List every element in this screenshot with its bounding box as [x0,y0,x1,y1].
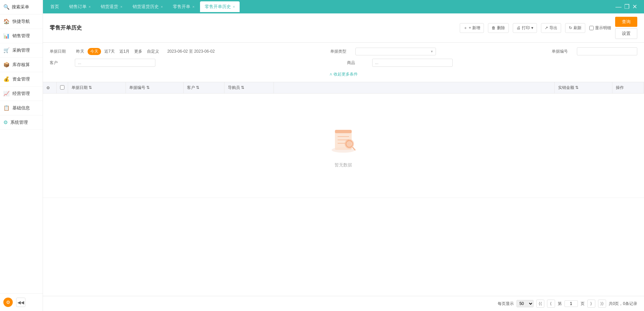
sidebar-item-label: 库存核算 [12,62,30,68]
column-settings[interactable]: ⚙ [43,82,56,94]
tab-home-label: 首页 [50,4,59,10]
sort-icon: ⇅ [575,85,579,90]
print-dropdown-arrow: ▾ [531,25,533,30]
date-opt-7days[interactable]: 近7天 [103,48,116,55]
type-filter-label: 单据类型 [330,49,349,54]
customer-filter-input[interactable]: ... [75,59,155,67]
close-icon[interactable]: × [120,5,122,9]
settings-button[interactable]: ⚙ [3,298,13,307]
tab-retail-open-history[interactable]: 零售开单历史 × [200,1,240,12]
tab-retail-open[interactable]: 零售开单 × [168,1,199,12]
date-opt-custom[interactable]: 自定义 [146,48,160,55]
display-detail-input[interactable] [589,26,594,30]
date-opt-more[interactable]: 更多 [133,48,144,55]
tab-sales-return[interactable]: 销货退货 × [96,1,127,12]
sidebar-item-label: 经营管理 [12,91,30,97]
per-page-select[interactable]: 10 20 50 100 [516,300,534,307]
print-icon: 🖨 [516,25,521,30]
refresh-button[interactable]: ↻ 刷新 [565,23,585,33]
cart-icon: 🛒 [3,47,10,53]
search-icon: 🔍 [3,4,10,10]
empty-state-row: 暂无数据 [43,94,644,198]
product-filter-label: 商品 [347,60,365,66]
sidebar-item-quick-nav[interactable]: 🏠 快捷导航 [0,14,43,29]
sidebar-item-basic-info[interactable]: 📋 基础信息 [0,101,43,115]
customer-placeholder: ... [78,60,81,65]
column-salesperson[interactable]: 导购员 ⇅ [224,82,274,94]
next-page-button[interactable]: ⟩ [587,300,595,308]
page-title: 零售开单历史 [50,24,82,32]
date-opt-today[interactable]: 今天 [88,48,101,55]
chart-icon: 📊 [3,33,10,39]
column-date[interactable]: 单据日期 ⇅ [68,82,126,94]
pagination: 每页显示 10 20 50 100 ⟨⟨ ⟨ 第 页 ⟩ ⟩⟩ 共0页，0条记录 [43,296,644,311]
tab-sales-return-label: 销货退货 [101,4,118,10]
display-detail-checkbox[interactable]: 显示明细 [589,25,611,31]
sort-icon: ⇅ [146,85,150,90]
tab-sales-return-history-label: 销货退货历史 [133,4,159,10]
tab-bar: 首页 销售订单 × 销货退货 × 销货退货历史 × 零售开单 × 零售开单历史 … [43,0,644,13]
svg-rect-2 [335,130,352,133]
collapse-more-label[interactable]: ∧ 收起更多条件 [329,71,358,77]
collapse-sidebar-button[interactable]: ◀◀ [16,298,26,307]
minimize-button[interactable]: — [615,3,622,10]
table-area: ⚙ 单据日期 ⇅ 单据编号 ⇅ 客户 [43,82,644,296]
content-area: 零售开单历史 ＋ + 新增 🗑 删除 🖨 打印 ▾ ↗ 导出 [43,13,644,311]
window-controls: — ❐ ✕ [615,3,641,10]
column-customer[interactable]: 客户 ⇅ [183,82,224,94]
column-amount[interactable]: 实销金额 ⇅ [554,82,612,94]
home-icon: 🏠 [3,18,10,24]
sidebar-item-purchase[interactable]: 🛒 采购管理 [0,43,43,58]
export-button[interactable]: ↗ 导出 [541,23,561,33]
search-menu-label: 搜索采单 [12,4,29,10]
tab-sales-order-label: 销售订单 [69,4,87,10]
sort-icon: ⇅ [89,85,92,90]
prev-page-button[interactable]: ⟨ [547,300,555,308]
main-area: 首页 销售订单 × 销货退货 × 销货退货历史 × 零售开单 × 零售开单历史 … [43,0,644,311]
add-icon: ＋ [463,25,467,31]
empty-icon [327,123,360,157]
box-icon: 📦 [3,62,10,68]
collapse-more-conditions[interactable]: ∧ 收起更多条件 [50,70,637,79]
sort-icon: ⇅ [241,85,244,90]
first-page-button[interactable]: ⟨⟨ [536,300,544,308]
delete-button[interactable]: 🗑 删除 [488,23,509,33]
sidebar-item-operations[interactable]: 📈 经营管理 [0,87,43,101]
add-button[interactable]: ＋ + 新增 [460,23,484,33]
close-icon[interactable]: × [192,5,194,9]
filter-settings-button[interactable]: 设置 [615,28,637,39]
column-check[interactable] [56,82,68,94]
tab-home[interactable]: 首页 [46,1,64,12]
ops-icon: 📈 [3,91,10,97]
print-button[interactable]: 🖨 打印 ▾ [513,23,537,33]
tab-sales-order[interactable]: 销售订单 × [64,1,95,12]
product-filter-input[interactable]: ... [372,59,453,67]
doc-icon: 📋 [3,105,10,111]
query-button[interactable]: 查询 [615,17,637,27]
data-table: ⚙ 单据日期 ⇅ 单据编号 ⇅ 客户 [43,82,644,198]
date-opt-1month[interactable]: 近1月 [118,48,131,55]
product-placeholder: ... [375,60,379,65]
close-window-button[interactable]: ✕ [632,3,637,10]
restore-button[interactable]: ❐ [624,3,630,10]
tab-sales-return-history[interactable]: 销货退货历史 × [128,1,167,12]
date-opt-yesterday[interactable]: 昨天 [75,48,86,55]
sidebar-item-inventory[interactable]: 📦 库存核算 [0,58,43,72]
number-filter-input[interactable] [577,47,637,55]
type-filter-select[interactable]: ▾ [355,48,436,55]
column-number[interactable]: 单据编号 ⇅ [126,82,183,94]
sidebar-item-system[interactable]: ⚙ 系统管理 [0,115,43,130]
sidebar-item-label: 资金管理 [12,76,30,82]
sidebar-item-label: 采购管理 [12,47,30,53]
sidebar-item-finance[interactable]: 💰 资金管理 [0,72,43,87]
page-label: 第 [558,301,562,307]
close-icon[interactable]: × [161,5,163,9]
search-menu[interactable]: 🔍 搜索采单 [0,0,43,14]
select-all-checkbox[interactable] [60,85,64,90]
column-number-label: 单据编号 [129,85,145,90]
close-icon[interactable]: × [89,5,91,9]
last-page-button[interactable]: ⟩⟩ [598,300,606,308]
close-icon[interactable]: × [233,5,235,9]
page-input[interactable] [564,300,578,307]
sidebar-item-sales[interactable]: 📊 销售管理 [0,29,43,43]
